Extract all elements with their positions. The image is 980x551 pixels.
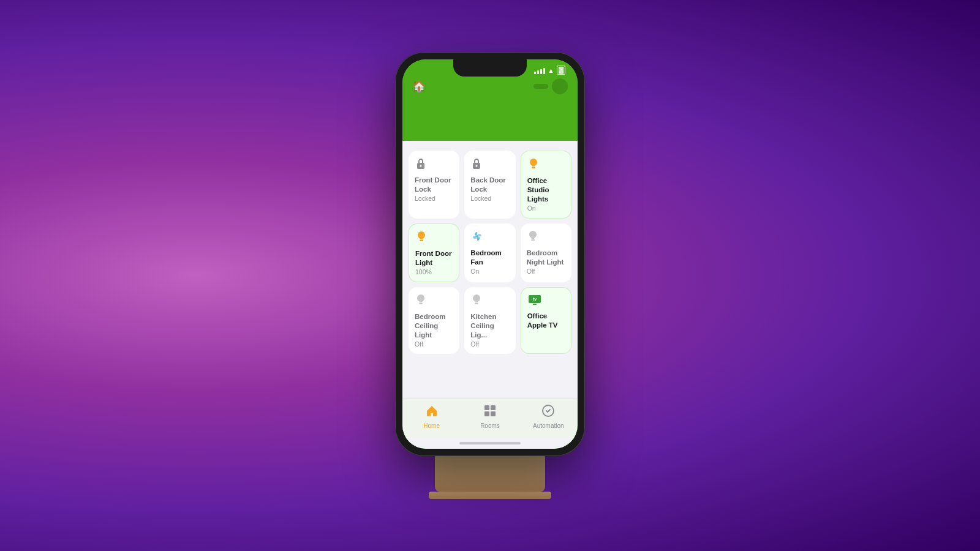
accessory-name: Back Door Lock (470, 176, 509, 194)
accessory-icon (470, 230, 509, 246)
signal-icon (534, 67, 545, 74)
accessory-name: Office Apple TV (527, 312, 565, 330)
accessory-name: Front Door Light (415, 249, 453, 268)
svg-rect-13 (484, 405, 489, 410)
accessory-icon (415, 157, 453, 173)
phone-stand-foot (429, 492, 551, 499)
accessory-status: Locked (470, 195, 509, 202)
phone-screen: ▲ ▓ 🏠 (402, 59, 578, 449)
home-bar (459, 442, 521, 444)
svg-rect-12 (533, 304, 537, 305)
svg-point-6 (476, 235, 478, 238)
accessory-icon (527, 230, 565, 246)
accessory-card[interactable]: Office Studio LightsOn (521, 151, 571, 219)
scrollable-content: Front Door LockLockedBack Door LockLocke… (402, 141, 578, 399)
edit-button[interactable] (533, 84, 548, 89)
accessory-icon (415, 230, 453, 247)
svg-rect-14 (491, 405, 496, 410)
svg-rect-5 (420, 240, 423, 241)
tab-label: Automation (533, 422, 564, 429)
phone-shell: ▲ ▓ 🏠 (395, 52, 585, 456)
top-nav: 🏠 (402, 76, 578, 99)
status-summary (412, 105, 568, 131)
accessory-card[interactable]: Front Door LockLocked (409, 151, 459, 219)
accessory-name: Front Door Lock (415, 176, 453, 194)
accessory-name: Bedroom Ceiling Light (415, 312, 453, 340)
tab-bar: HomeRoomsAutomation (402, 399, 578, 438)
wifi-icon: ▲ (548, 67, 554, 74)
status-icons: ▲ ▓ (534, 66, 565, 75)
svg-text:tv: tv (533, 297, 537, 301)
screen-inner: ▲ ▓ 🏠 (402, 59, 578, 449)
accessory-card[interactable]: tvOffice Apple TV (521, 287, 571, 354)
accessory-card[interactable]: Back Door LockLocked (464, 151, 515, 219)
tab-label: Rooms (480, 422, 500, 429)
tab-icon (483, 404, 497, 421)
favorites-label (402, 141, 578, 151)
header-section (402, 99, 578, 141)
svg-point-3 (476, 165, 478, 167)
phone-stand-base (435, 455, 545, 492)
accessory-status: 100% (415, 268, 453, 276)
svg-rect-8 (419, 303, 423, 304)
accessory-status: Off (527, 268, 565, 275)
tab-item-home[interactable]: Home (413, 404, 450, 429)
accessory-card[interactable]: Bedroom FanOn (464, 223, 515, 282)
svg-rect-9 (475, 303, 478, 304)
tab-item-rooms[interactable]: Rooms (472, 404, 508, 429)
accessory-status: On (527, 204, 565, 212)
accessory-icon (527, 157, 565, 174)
accessory-status: Locked (415, 195, 453, 202)
notch (453, 59, 527, 77)
accessory-icon: tv (527, 294, 565, 309)
accessory-status: Off (470, 340, 509, 348)
accessory-name: Bedroom Fan (470, 249, 509, 267)
nav-actions (533, 78, 568, 94)
accessory-status: Off (415, 340, 453, 348)
battery-icon: ▓ (557, 66, 565, 75)
accessory-icon (470, 293, 509, 310)
accessory-card[interactable]: Bedroom Night LightOff (521, 223, 571, 282)
home-indicator (402, 438, 578, 449)
accessory-icon (470, 157, 509, 173)
accessory-name: Office Studio Lights (527, 176, 565, 204)
accessory-status: On (470, 268, 509, 275)
accessory-card[interactable]: Bedroom Ceiling LightOff (409, 287, 459, 354)
phone-stand: ▲ ▓ 🏠 (395, 52, 585, 499)
accessories-grid: Front Door LockLockedBack Door LockLocke… (402, 151, 578, 359)
svg-point-1 (420, 165, 422, 167)
svg-rect-7 (531, 239, 535, 241)
tab-label: Home (423, 422, 440, 429)
accessory-name: Bedroom Night Light (527, 249, 565, 267)
accessory-card[interactable]: Kitchen Ceiling Lig...Off (464, 287, 515, 354)
svg-rect-15 (484, 411, 489, 416)
tab-icon (425, 404, 439, 421)
accessory-icon (415, 293, 453, 310)
tab-item-automation[interactable]: Automation (530, 404, 567, 429)
home-nav-icon: 🏠 (412, 80, 426, 93)
svg-rect-16 (491, 411, 496, 416)
add-button[interactable] (552, 78, 568, 94)
accessory-name: Kitchen Ceiling Lig... (470, 312, 509, 340)
accessory-card[interactable]: Front Door Light100% (409, 223, 459, 282)
tab-icon (541, 404, 555, 421)
svg-rect-4 (532, 167, 535, 168)
